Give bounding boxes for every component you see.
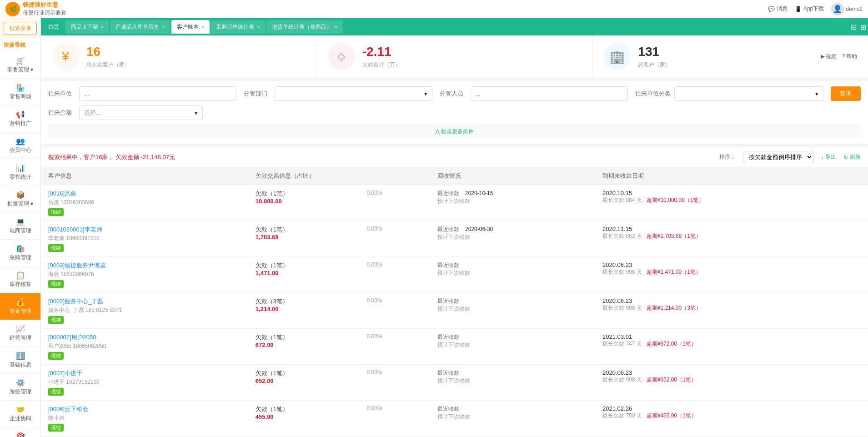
debt-amount: 455.90 [256,413,352,420]
close-tab-icon[interactable]: × [257,24,260,30]
cell-overdue: 2020.10.15 最长欠款 884 天 超期¥10,000.00（1笔） [595,185,868,221]
overdue-days: 最长欠款 998 天 超期¥1,214.00（3笔） [602,304,861,312]
tab-product-history[interactable]: 产成品入库单历史 × [110,20,170,34]
overdue-link[interactable]: 超期¥652.00（1笔） [647,377,697,383]
refresh-btn[interactable]: ↻ 刷新 [843,153,861,161]
balance-select[interactable]: 选择... ▾ [79,105,203,120]
person-input[interactable]: ... [471,86,628,101]
maximize-icon[interactable]: ⊞ [860,23,866,31]
recent-collect-label: 最近收款 2020-06-30 [437,226,588,233]
debt-customers-value: 16 [86,45,130,59]
refresh-icon: ↻ [843,154,848,161]
sidebar-item-purchase[interactable]: 🛍️ 采购管理 [0,240,40,266]
tab-bar-actions: ⊟ ⊞ [851,23,866,31]
collapse-btn[interactable]: ⋀ 收起更多条件 [48,125,861,138]
message-btn[interactable]: 💬 消息 [768,5,788,13]
chevron-down-icon: ▾ [815,90,818,97]
customer-tag: 现结 [48,352,64,360]
table-row: [0002]服务中心_丁磊 服务中心_丁磊 181 0125 8371 现结 欠… [41,293,868,329]
stat-card-debt-customers: ¥ 16 总欠款客户（家） [41,35,317,77]
customer-name-link[interactable]: [0007]小进千 [48,370,82,377]
tab-home[interactable]: 首页 [43,20,65,34]
recent-collect-label: 最近收款 [437,333,588,341]
sidebar-item-sys[interactable]: ⚙️ 系统管理 [0,374,40,401]
debt-percent: 0.00% [367,226,423,232]
stat-card-debt-amount: ◇ -2.11 欠款合计（万） [317,35,593,77]
minimize-icon[interactable]: ⊟ [851,23,857,31]
close-tab-icon[interactable]: × [162,24,165,30]
debt-customers-icon: ¥ [52,43,79,70]
sidebar-item-retail-mgmt[interactable]: 🛒 零售管理 ▾ [0,52,40,79]
sidebar-item-retail-stats[interactable]: 📊 零售统计 [0,159,40,186]
sidebar-item-fund[interactable]: 💰 资金管理 [0,293,40,320]
filter-source-unit: 往来单位 ... [48,86,236,101]
sidebar-item-batch-mgmt[interactable]: 📦 批发管理 ▾ [0,186,40,213]
overdue-link[interactable]: 超期¥672.00（1笔） [647,341,697,347]
sidebar-item-retail-mall[interactable]: 🏪 零售商城 [0,79,40,105]
sidebar-item-enterprise[interactable]: 🤝 企业协同 [0,401,40,427]
debt-percent: 0.00% [367,190,423,196]
unit-category-select[interactable]: ▾ [674,86,823,101]
app-download-btn[interactable]: 📱 App下载 [795,5,824,13]
search-menu-btn[interactable]: 搜索菜单 [4,22,37,35]
close-tab-icon[interactable]: × [101,24,104,30]
user-avatar-btn[interactable]: 👤 demo2 [831,3,863,15]
customer-phone: 李老师 18600391516 [48,235,241,242]
sidebar-item-stock[interactable]: 📋 库存核算 [0,266,40,293]
dept-select[interactable]: ▾ [275,86,432,101]
logo-icon: 🌿 [5,2,20,16]
tab-customer-account[interactable]: 客户账本 × [171,20,210,34]
tab-purchase-order[interactable]: 采购订单统计表 × [211,20,265,34]
quick-nav-label[interactable]: 快捷导航 [0,39,40,52]
filter-dept: 分管部门 ▾ [244,86,432,101]
customer-name-link[interactable]: [0003]畅捷服务尹海蕊 [48,262,106,269]
overdue-days: 最长欠款 750 天 超期¥455.90（1笔） [602,412,861,420]
customer-name-link[interactable]: [0006]云下粮仓 [48,406,88,412]
customer-name-link[interactable]: [000002]用户2050 [48,334,96,341]
sidebar-item-member[interactable]: 👥 会员中心 [0,132,40,159]
sidebar-item-ecommerce[interactable]: 💻 电商管理 [0,213,40,240]
close-tab-icon[interactable]: × [201,24,204,30]
cell-debt-count: 欠款（1笔） 1,471.00 [248,257,360,293]
help-btn[interactable]: ? 帮助 [842,53,857,60]
tab-product-shelf[interactable]: 商品上下架 × [65,20,109,34]
overdue-link[interactable]: 超期¥455.90（1笔） [647,412,697,419]
cell-debt-count: 欠款（1笔） 10,000.00 [248,185,360,221]
customer-name-link[interactable]: [0001020001]李老师 [48,226,102,233]
debt-percent: 0.00% [367,405,423,412]
sidebar-label: 采购管理 [10,254,31,261]
overdue-link[interactable]: 超期¥1,214.00（3笔） [647,305,701,311]
sidebar-item-basic[interactable]: ℹ️ 基础信息 [0,347,40,374]
sidebar-item-marketing[interactable]: 📢 营销推广 [0,105,40,132]
query-button[interactable]: 查询 [831,86,861,101]
chevron-down-icon: ▾ [424,90,427,97]
th-recovery: 回收情况 [430,167,595,185]
export-btn[interactable]: ↓ 导出 [821,153,836,161]
tab-import-stats[interactable]: 进货单统计表（按商品） × [266,20,343,34]
debt-amount-value: -2.11 [362,45,401,59]
view-btn[interactable]: ▶ 视频 [821,53,837,60]
customer-name-link[interactable]: [0016]吕俊 [48,190,76,197]
sort-select[interactable]: 按欠款金额倒序排序 [743,151,813,163]
overdue-link[interactable]: 超期¥1,703.68（1笔） [647,233,701,239]
next-collect-label: 预计下次收款 [437,233,588,241]
total-customers-icon: 🏢 [603,43,631,70]
cell-overdue: 2021.03.01 最长欠款 747 天 超期¥672.00（1笔） [595,329,868,365]
overdue-link[interactable]: 超期¥10,000.00（1笔） [647,197,704,203]
cell-recovery: 最近收款 2020-06-30 预计下次收款 [430,221,595,257]
close-tab-icon[interactable]: × [335,24,337,30]
customer-tag: 现结 [48,244,64,252]
sidebar-item-operation[interactable]: 📈 经营管理 [0,320,40,347]
tab-label: 进货单统计表（按商品） [272,23,332,31]
filter-unit-category: 往来单位分类 ▾ [635,86,823,101]
sys-icon: ⚙️ [4,378,37,387]
sidebar-item-newbie[interactable]: 🎯 新手引导 [0,427,40,437]
filter-person: 分管人员 ... [440,86,628,101]
customer-name-link[interactable]: [0002]服务中心_丁磊 [48,298,103,305]
source-unit-input[interactable]: ... [79,86,236,101]
operation-icon: 📈 [4,325,37,333]
overdue-link[interactable]: 超期¥1,471.00（1笔） [647,269,701,275]
debt-count: 欠款（1笔） [256,190,352,198]
cell-overdue: 2020.06.23 最长欠款 998 天 超期¥652.00（1笔） [595,365,868,401]
debt-amount: 652.00 [256,377,352,384]
